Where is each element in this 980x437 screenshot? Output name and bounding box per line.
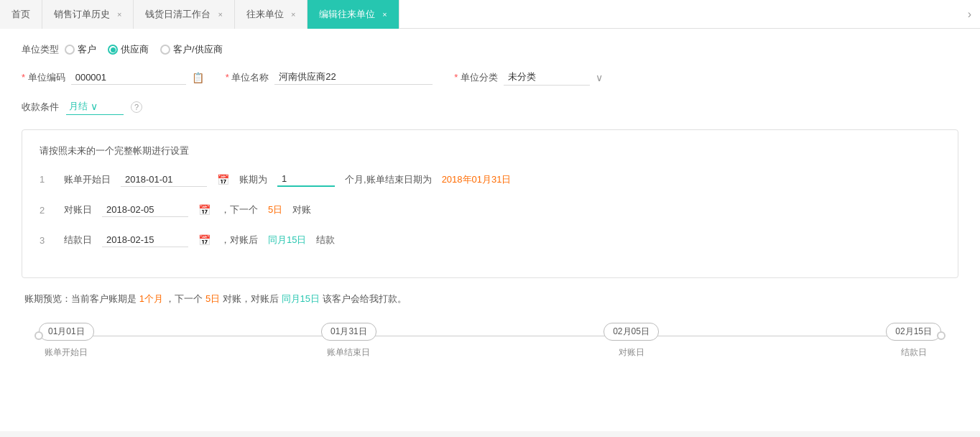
unit-code-field: 单位编码 📋	[22, 70, 204, 85]
reconcile-date-calendar[interactable]: 📅	[198, 204, 211, 216]
period-num-3: 3	[40, 235, 54, 246]
timeline-item-2: 02月05日 对账日	[604, 323, 659, 359]
unit-info-row: 单位编码 📋 单位名称 单位分类 未分类 ∨	[22, 69, 958, 86]
timeline-badge-3: 02月15日	[886, 323, 941, 341]
unit-type-field: 单位类型 客户 供应商 客户/供应商	[22, 43, 223, 56]
timeline-item-1: 01月31日 账单结束日	[321, 323, 376, 359]
payment-condition-row: 收款条件 月结 ∨ ?	[22, 98, 958, 115]
tab-home-label: 首页	[11, 8, 30, 21]
payment-desc-prefix: ，对账后	[221, 234, 258, 247]
radio-supplier-label: 供应商	[121, 43, 149, 56]
payment-condition-label: 收款条件	[22, 101, 59, 114]
timeline-label-1: 账单结束日	[327, 346, 370, 359]
main-content: 单位类型 客户 供应商 客户/供应商 单位编码 📋	[0, 29, 980, 431]
timeline-container: 01月01日 账单开始日 01月31日 账单结束日 02月05日 对账日 02月…	[24, 323, 956, 359]
radio-supplier-circle	[108, 45, 118, 55]
reconcile-desc-suffix: 对账	[292, 203, 311, 216]
unit-code-input[interactable]	[71, 70, 186, 85]
tab-partner-units-label: 往来单位	[246, 8, 284, 21]
preview-part3: 同月15日	[282, 293, 320, 304]
period-months-input[interactable]	[277, 172, 335, 187]
preview-prefix: 账期预览：当前客户账期是	[24, 293, 137, 304]
unit-name-input[interactable]	[274, 70, 433, 85]
unit-type-row: 单位类型 客户 供应商 客户/供应商	[22, 43, 958, 56]
payment-dropdown-icon: ∨	[91, 101, 98, 112]
radio-both-circle	[160, 45, 170, 55]
start-date-input[interactable]	[121, 172, 207, 187]
period-num-2: 2	[40, 205, 54, 216]
help-icon[interactable]: ?	[131, 101, 142, 113]
period-title: 请按照未来的一个完整帐期进行设置	[40, 144, 940, 157]
radio-both[interactable]: 客户/供应商	[160, 43, 223, 56]
radio-customer-label: 客户	[78, 43, 96, 56]
timeline-badge-0: 01月01日	[39, 323, 94, 341]
payment-date-input[interactable]	[102, 233, 188, 247]
reconcile-highlight: 5日	[268, 203, 282, 216]
timeline-dot-left	[34, 331, 43, 340]
start-date-calendar[interactable]: 📅	[217, 174, 229, 185]
period-label-1: 账单开始日	[64, 173, 111, 186]
tab-partner-units[interactable]: 往来单位 ×	[235, 0, 308, 29]
period-label-2: 对账日	[64, 203, 92, 216]
tab-home[interactable]: 首页	[0, 0, 42, 29]
period-row-1: 1 账单开始日 📅 账期为 个月,账单结束日期为 2018年01月31日	[40, 172, 940, 187]
preview-suffix: 该客户会给我打款。	[323, 293, 407, 304]
preview-section: 账期预览：当前客户账期是 1个月 ，下一个 5日 对账，对账后 同月15日 该客…	[22, 293, 958, 359]
payment-condition-value: 月结	[69, 100, 88, 113]
period-row-2: 2 对账日 📅 ，下一个 5日 对账	[40, 203, 940, 217]
timeline-dot-right	[937, 331, 946, 340]
unit-category-select[interactable]: 未分类	[504, 69, 590, 86]
unit-name-field: 单位名称	[226, 70, 433, 85]
unit-code-label: 单位编码	[22, 71, 65, 84]
tab-cash-work[interactable]: 钱货日清工作台 ×	[134, 0, 234, 29]
preview-part2: 5日	[205, 293, 220, 304]
unit-name-label: 单位名称	[226, 71, 269, 84]
unit-category-dropdown-icon: ∨	[596, 72, 603, 83]
timeline-label-3: 结款日	[901, 346, 927, 359]
unit-code-icon[interactable]: 📋	[192, 72, 204, 83]
payment-highlight: 同月15日	[268, 234, 306, 247]
radio-both-label: 客户/供应商	[173, 43, 223, 56]
tab-sales-history-label: 销售订单历史	[54, 8, 110, 21]
period-box: 请按照未来的一个完整帐期进行设置 1 账单开始日 📅 账期为 个月,账单结束日期…	[22, 129, 958, 278]
radio-customer-circle	[65, 45, 75, 55]
period-label-for: 账期为	[239, 173, 267, 186]
timeline-items: 01月01日 账单开始日 01月31日 账单结束日 02月05日 对账日 02月…	[39, 323, 941, 359]
unit-category-field: 单位分类 未分类 ∨	[454, 69, 603, 86]
timeline-badge-2: 02月05日	[604, 323, 659, 341]
reconcile-date-input[interactable]	[102, 203, 188, 217]
reconcile-desc-prefix: ，下一个	[221, 203, 258, 216]
tabs-arrow[interactable]: ›	[959, 8, 980, 21]
tabs-bar: 首页 销售订单历史 × 钱货日清工作台 × 往来单位 × 编辑往来单位 × ›	[0, 0, 980, 29]
timeline-label-2: 对账日	[619, 346, 644, 359]
period-row-3: 3 结款日 📅 ，对账后 同月15日 结款	[40, 233, 940, 247]
unit-category-value: 未分类	[508, 70, 536, 83]
timeline-item-0: 01月01日 账单开始日	[39, 323, 94, 359]
preview-text: 账期预览：当前客户账期是 1个月 ，下一个 5日 对账，对账后 同月15日 该客…	[24, 293, 956, 305]
radio-customer[interactable]: 客户	[65, 43, 96, 56]
tab-partner-units-close[interactable]: ×	[291, 10, 295, 19]
tab-edit-partner-close[interactable]: ×	[382, 10, 387, 19]
tab-sales-history-close[interactable]: ×	[117, 10, 121, 19]
tab-sales-history[interactable]: 销售订单历史 ×	[42, 0, 134, 29]
tab-edit-partner[interactable]: 编辑往来单位 ×	[308, 0, 399, 29]
period-end-date: 2018年01月31日	[442, 173, 512, 186]
tab-cash-work-label: 钱货日清工作台	[145, 8, 211, 21]
payment-date-calendar[interactable]: 📅	[198, 234, 211, 246]
tab-cash-work-close[interactable]: ×	[218, 10, 222, 19]
radio-group: 客户 供应商 客户/供应商	[65, 43, 223, 56]
payment-condition-select[interactable]: 月结 ∨	[66, 98, 124, 115]
preview-sep1: ，下一个	[165, 293, 203, 304]
preview-sep2: 对账，对账后	[223, 293, 279, 304]
period-num-1: 1	[40, 174, 54, 185]
period-label-3: 结款日	[64, 234, 92, 247]
period-month-suffix: 个月,账单结束日期为	[345, 173, 432, 186]
tab-edit-partner-label: 编辑往来单位	[319, 8, 375, 21]
payment-desc-suffix: 结款	[316, 234, 335, 247]
timeline-item-3: 02月15日 结款日	[886, 323, 941, 359]
timeline-label-0: 账单开始日	[45, 346, 88, 359]
unit-type-label: 单位类型	[22, 43, 59, 56]
radio-supplier[interactable]: 供应商	[108, 43, 149, 56]
unit-category-label: 单位分类	[454, 71, 498, 84]
timeline-badge-1: 01月31日	[321, 323, 376, 341]
